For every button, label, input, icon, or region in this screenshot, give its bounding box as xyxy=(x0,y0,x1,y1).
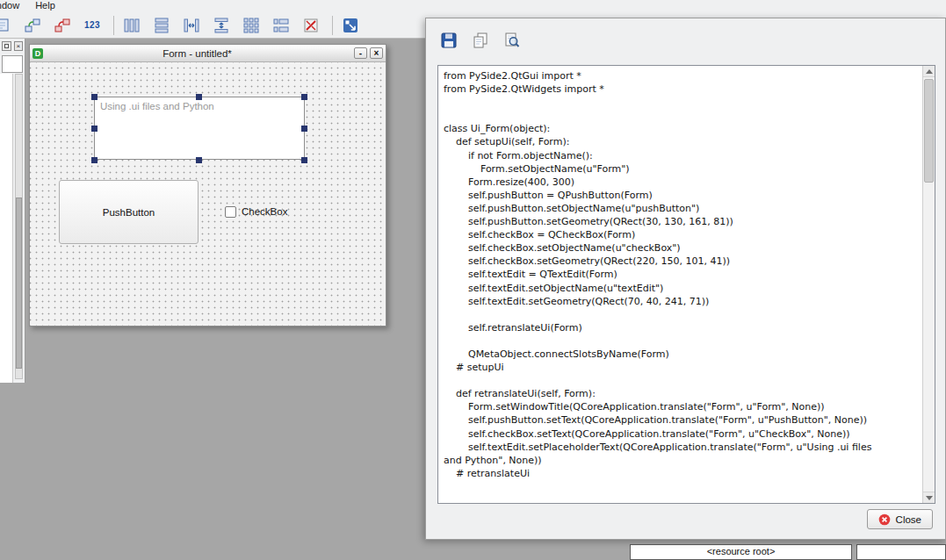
selection-handle[interactable] xyxy=(91,94,97,100)
checkbox-widget[interactable]: CheckBox xyxy=(225,203,287,220)
selection-handle[interactable] xyxy=(91,157,97,163)
code-scrollbar[interactable] xyxy=(922,66,935,503)
dock-titlebar-buttons: × xyxy=(0,39,25,54)
dock-close-icon[interactable]: × xyxy=(14,41,24,51)
dock-scrollbar[interactable] xyxy=(15,74,23,379)
menu-bar: Window Help xyxy=(0,0,946,11)
code-preview-dialog: from PySide2.QtGui import * from PySide2… xyxy=(425,18,946,540)
textedit-widget[interactable]: Using .ui files and Python xyxy=(94,97,305,160)
scroll-down-icon[interactable] xyxy=(923,492,935,503)
lay-out-vertically-icon[interactable] xyxy=(151,15,172,36)
close-button-label: Close xyxy=(896,514,921,525)
dock-filter-field[interactable] xyxy=(2,55,23,73)
selection-handle[interactable] xyxy=(196,94,202,100)
main-toolbar: 123 xyxy=(0,11,370,39)
qt-designer-screen: Window Help xyxy=(0,0,946,560)
selection-handle[interactable] xyxy=(301,126,307,132)
pushbutton-widget[interactable]: PushButton xyxy=(59,180,199,244)
lay-out-form-layout-icon[interactable] xyxy=(271,15,292,36)
edit-buddies-icon[interactable] xyxy=(52,15,73,36)
generated-python-code[interactable]: from PySide2.QtGui import * from PySide2… xyxy=(438,66,935,484)
find-icon[interactable] xyxy=(501,29,524,52)
dock-list-area[interactable] xyxy=(0,74,13,383)
checkbox-box[interactable] xyxy=(225,206,236,218)
scroll-up-icon[interactable] xyxy=(923,66,935,77)
form-editor-window: D Form - untitled* - × Using .ui files a… xyxy=(29,44,386,327)
lay-out-horizontal-splitter-icon[interactable] xyxy=(181,15,202,36)
left-dock-panel: × xyxy=(0,39,25,383)
toolbar-separator xyxy=(113,16,114,35)
selection-handle[interactable] xyxy=(301,157,307,163)
edit-tab-order-icon[interactable]: 123 xyxy=(82,15,103,36)
lay-out-horizontally-icon[interactable] xyxy=(121,15,142,36)
menu-help[interactable]: Help xyxy=(27,0,63,11)
selection-handle[interactable] xyxy=(91,126,97,132)
copy-icon[interactable] xyxy=(469,29,492,52)
code-scrollbar-thumb[interactable] xyxy=(924,79,934,183)
menu-window[interactable]: Window xyxy=(0,0,27,11)
dock-scrollbar-thumb[interactable] xyxy=(16,197,22,369)
save-icon[interactable] xyxy=(437,29,460,52)
resource-panel-right[interactable] xyxy=(856,544,946,560)
edit-signals-slots-icon[interactable] xyxy=(22,15,43,36)
lay-out-grid-icon[interactable] xyxy=(241,15,262,36)
textedit-placeholder: Using .ui files and Python xyxy=(95,97,304,115)
adjust-size-icon[interactable] xyxy=(340,15,361,36)
form-window-titlebar[interactable]: D Form - untitled* - × xyxy=(30,45,386,62)
close-circle-icon xyxy=(878,513,891,526)
code-view[interactable]: from PySide2.QtGui import * from PySide2… xyxy=(437,65,935,504)
edit-tab-order-label: 123 xyxy=(84,20,100,30)
dock-float-icon[interactable] xyxy=(2,41,11,51)
form-window-title: Form - untitled* xyxy=(43,48,351,59)
edit-widgets-icon[interactable] xyxy=(0,15,13,36)
selection-handle[interactable] xyxy=(301,94,307,100)
minimize-button[interactable]: - xyxy=(354,47,367,59)
close-button[interactable]: × xyxy=(370,47,383,59)
designer-app-icon: D xyxy=(32,48,43,59)
break-layout-icon[interactable] xyxy=(300,15,321,36)
resource-root-label: <resource root> xyxy=(707,546,776,559)
toolbar-separator xyxy=(332,16,333,35)
form-canvas[interactable]: Using .ui files and Python PushButton Ch… xyxy=(30,62,386,326)
code-dialog-toolbar xyxy=(437,29,524,52)
selection-handle[interactable] xyxy=(196,157,202,163)
close-dialog-button[interactable]: Close xyxy=(867,509,933,529)
lay-out-vertical-splitter-icon[interactable] xyxy=(211,15,232,36)
resource-root-item[interactable]: <resource root> xyxy=(630,544,852,560)
checkbox-label: CheckBox xyxy=(242,206,287,217)
